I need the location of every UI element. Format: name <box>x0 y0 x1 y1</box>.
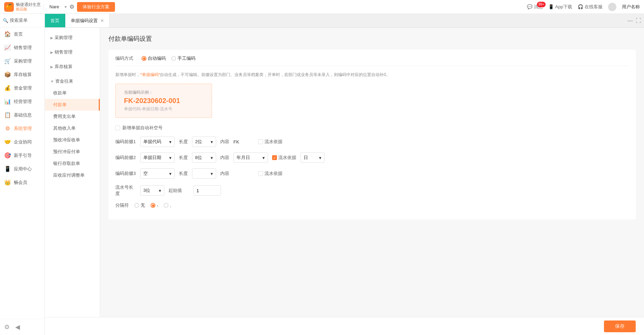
trial-button[interactable]: 体验行业方案 <box>77 2 115 12</box>
sidebar-item-inventory[interactable]: 📦 库存核算 <box>0 68 45 81</box>
serial3-checkbox[interactable] <box>258 171 263 176</box>
auto-encode-radio[interactable]: 自动编码 <box>142 55 166 62</box>
message-button[interactable]: 💬 消息 99+ <box>527 4 543 10</box>
sidebar-item-basic[interactable]: 📋 基础信息 <box>0 108 45 122</box>
sep-label: 分隔符 <box>115 202 129 208</box>
auto-fill-label: 新增单据自动补空号 <box>122 125 163 131</box>
prefix1-select[interactable]: 单据代码 ▾ <box>140 137 175 147</box>
serial-start-label: 起始值 <box>169 187 189 194</box>
sub-nav-purchase[interactable]: ▶ 采购管理 <box>45 32 100 44</box>
serial2-checkbox-row: ✓ 流水依据 <box>272 155 296 161</box>
length3-select[interactable]: ▾ <box>192 168 216 179</box>
app-download-icon: 📱 <box>548 4 554 9</box>
sub-nav-bank[interactable]: 银行存取款单 <box>45 158 100 169</box>
tab-maximize-icon[interactable]: ⛶ <box>636 18 641 24</box>
manual-encode-radio-circle <box>171 56 176 61</box>
config-row-2: 编码前缀2 单据日期 ▾ 长度 8位 ▾ 内容 年月日 <box>115 152 629 163</box>
collab-icon: 🤝 <box>4 139 11 145</box>
content2-label: 内容 <box>220 155 229 161</box>
serial2-checkbox[interactable]: ✓ <box>272 155 277 160</box>
encode-mode-row: 编码方式 自动编码 手工编码 <box>115 55 629 66</box>
app-download-button[interactable]: 📱 App下载 <box>548 4 572 10</box>
message-badge: 99+ <box>537 2 546 7</box>
guide-icon: 🎯 <box>4 152 11 159</box>
sep-none-radio[interactable]: 无 <box>134 202 145 208</box>
sidebar-item-member[interactable]: 👑 畅会员 <box>0 176 45 189</box>
logo-icon: 🍊 <box>4 2 14 12</box>
sidebar-collapse-icon[interactable]: ◀ <box>15 323 20 331</box>
sidebar-item-finance[interactable]: 💰 资金管理 <box>0 81 45 95</box>
length1-chevron-icon: ▾ <box>211 139 213 145</box>
serial1-checkbox-row: 流水依据 <box>258 139 282 145</box>
length2-select[interactable]: 8位 ▾ <box>192 152 216 163</box>
sub-nav-sales[interactable]: ▶ 销售管理 <box>45 46 100 58</box>
manual-encode-radio[interactable]: 手工编码 <box>171 55 195 62</box>
company-dropdown-icon[interactable]: ▾ <box>65 4 67 9</box>
info-text: 新增单据时，*单据编码*自动生成，不可编辑。前缀设置为部门、业务员等档案类，开单… <box>115 72 629 78</box>
search-menu-button[interactable]: 🔍 搜索菜单 <box>0 14 45 27</box>
sidebar-item-apps[interactable]: 📱 应用中心 <box>0 162 45 176</box>
length1-select[interactable]: 2位 ▾ <box>192 137 216 147</box>
chevron-right-icon-3: ▶ <box>50 65 53 69</box>
serial3-label: 流水依据 <box>265 170 282 177</box>
search-icon: 🔍 <box>3 18 8 23</box>
sep-dot-radio[interactable]: . <box>164 203 171 208</box>
tab-encode-settings[interactable]: 单据编码设置 ✕ <box>65 14 110 27</box>
content3-label: 内容 <box>220 170 229 177</box>
sidebar-item-home[interactable]: 🏠 首页 <box>0 27 45 41</box>
encode-settings-card: 编码方式 自动编码 手工编码 <box>108 50 636 220</box>
serial-start-input[interactable] <box>193 185 221 196</box>
serial1-label: 流水依据 <box>265 139 282 145</box>
day-chevron-icon: ▾ <box>319 155 321 160</box>
settings-icon[interactable]: ⚙ <box>69 3 74 10</box>
serial-length-select[interactable]: 3位 ▾ <box>140 185 164 196</box>
chevron-right-icon-2: ▶ <box>50 50 53 54</box>
sep-dash-radio[interactable]: - <box>151 203 158 208</box>
sidebar-item-sales[interactable]: 📈 销售管理 <box>0 41 45 54</box>
prefix2-select[interactable]: 单据日期 ▾ <box>140 152 175 163</box>
sep-none-circle <box>134 203 139 208</box>
sub-nav-advance-payable[interactable]: 预付冲应付单 <box>45 146 100 158</box>
day-select-row: 日 ▾ <box>300 152 325 163</box>
sidebar-item-operations[interactable]: 📊 经营管理 <box>0 95 45 108</box>
sub-nav-adjustment[interactable]: 应收应付调整单 <box>45 169 100 181</box>
preview-box: 当前编码示例： FK-20230602-001 单据代码-单据日期-流水号 <box>115 84 212 118</box>
content1-value: FK <box>233 139 254 145</box>
online-service-button[interactable]: 🎧 在线客服 <box>578 4 603 10</box>
prefix3-select[interactable]: 空 ▾ <box>140 168 175 179</box>
length1-label: 长度 <box>179 139 188 145</box>
inventory-icon: 📦 <box>4 71 11 78</box>
tab-close-icon[interactable]: ✕ <box>100 18 104 23</box>
encode-mode-label: 编码方式 <box>115 55 133 62</box>
sidebar-item-system[interactable]: ⚙ 系统管理 <box>0 122 45 135</box>
sidebar-item-purchase[interactable]: 🛒 采购管理 <box>0 54 45 68</box>
sub-nav-other-income[interactable]: 其他收入单 <box>45 122 100 134</box>
save-button[interactable]: 保存 <box>604 320 636 332</box>
serial1-checkbox[interactable] <box>258 139 263 144</box>
sep-dash-circle <box>151 203 155 208</box>
prefix2-chevron-icon: ▾ <box>169 155 172 160</box>
tab-home[interactable]: 首页 <box>45 14 65 27</box>
sidebar: 🔍 搜索菜单 🏠 首页 📈 销售管理 🛒 采购管理 📦 库存核算 💰 资金管理 … <box>0 14 45 335</box>
user-name: 用户名称 <box>622 4 640 10</box>
preview-desc: 单据代码-单据日期-流水号 <box>124 106 203 112</box>
serial2-label: 流水依据 <box>278 155 296 161</box>
separator-row: 分隔符 无 - . <box>115 202 629 208</box>
sub-nav-receipt[interactable]: 收款单 <box>45 87 100 99</box>
sub-nav-payment[interactable]: 付款单 <box>45 99 100 111</box>
sidebar-item-collab[interactable]: 🤝 企业协同 <box>0 135 45 149</box>
tab-minimize-icon[interactable]: — <box>627 18 633 24</box>
service-icon: 🎧 <box>578 4 583 9</box>
length3-chevron-icon: ▾ <box>211 171 213 176</box>
sidebar-item-guide[interactable]: 🎯 新手引导 <box>0 149 45 162</box>
sub-nav-funds[interactable]: ▼ 资金往来 <box>45 75 100 87</box>
serial-length-row: 流水号长度 3位 ▾ 起始值 <box>115 184 629 197</box>
auto-fill-checkbox[interactable] <box>115 125 120 130</box>
sub-nav-expense[interactable]: 费用支出单 <box>45 111 100 122</box>
content2-select[interactable]: 年月日 ▾ <box>233 152 268 163</box>
sub-nav-inventory[interactable]: ▶ 库存核算 <box>45 61 100 73</box>
chevron-down-icon: ▼ <box>50 80 54 83</box>
sidebar-settings-icon[interactable]: ⚙ <box>4 323 10 331</box>
day-select[interactable]: 日 ▾ <box>300 152 325 163</box>
sub-nav-advance-receivable[interactable]: 预收冲应收单 <box>45 134 100 146</box>
